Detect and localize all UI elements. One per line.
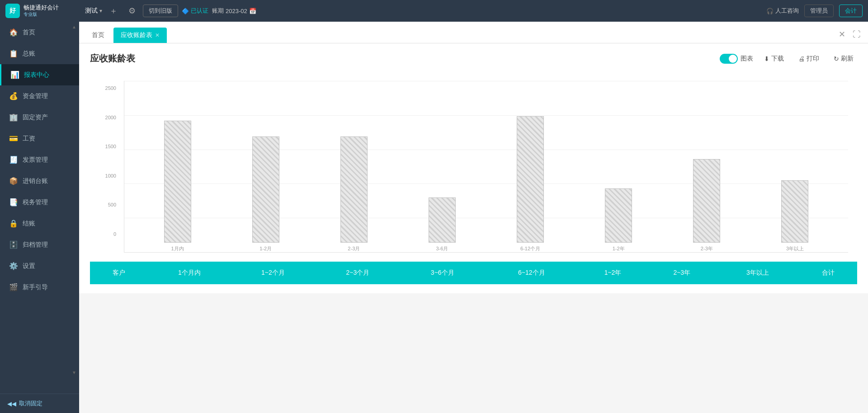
sidebar-item-home[interactable]: 🏠 首页 (0, 22, 79, 43)
expand-button[interactable]: ⛶ (851, 28, 863, 41)
sidebar-item-tax[interactable]: 📑 税务管理 (0, 192, 79, 213)
scroll-up-button[interactable]: ▲ (72, 24, 76, 29)
table-container: 客户 1个月内 1~2个月 2~3个月 3~6个月 6~12个月 1~2年 2~… (90, 262, 857, 284)
certified-badge: 🔷 已认证 (182, 7, 208, 15)
settings-nav-icon: ⚙️ (9, 262, 18, 270)
logo-area: 好 畅捷通好会计 专业版 (5, 4, 78, 18)
refresh-icon: ↻ (834, 55, 839, 62)
sidebar-item-label: 设置 (23, 262, 35, 270)
sidebar-item-archive[interactable]: 🗄️ 归档管理 (0, 234, 79, 255)
sidebar-item-salary[interactable]: 💳 工资 (0, 128, 79, 149)
sidebar-item-inventory[interactable]: 📦 进销台账 (0, 170, 79, 192)
tab-bar: 首页 应收账龄表 ✕ ✕ ⛶ (79, 22, 868, 43)
page-content: 应收账龄表 图表 ⬇ 下载 🖨 打印 (79, 43, 868, 413)
col-header-3y-plus: 3年以上 (717, 262, 799, 284)
top-header: 好 畅捷通好会计 专业版 测试 ▾ ＋ ⚙ 切到旧版 🔷 已认证 账期 2023… (0, 0, 868, 22)
print-button[interactable]: 🖨 打印 (795, 53, 823, 65)
tab-actions: ✕ ⛶ (837, 28, 863, 43)
sidebar-item-reports[interactable]: 📊 报表中心 (0, 64, 79, 85)
bar-label-1m: 1月内 (171, 245, 184, 252)
report-actions: 图表 ⬇ 下载 🖨 打印 ↻ 刷新 (720, 53, 857, 65)
bar-group-7: 2-3年 (693, 159, 720, 252)
col-header-customer: 客户 (90, 262, 148, 284)
bar-group-1: 1月内 (164, 121, 191, 252)
tab-close-icon[interactable]: ✕ (155, 32, 160, 38)
close-tab-button[interactable]: ✕ (837, 28, 847, 41)
sidebar-item-ledger[interactable]: 📋 总账 (0, 43, 79, 64)
tab-aging[interactable]: 应收账龄表 ✕ (113, 28, 167, 43)
sidebar-item-settings[interactable]: ⚙️ 设置 (0, 255, 79, 277)
bar-label-1-2m: 1-2月 (259, 245, 272, 252)
toggle-switch[interactable] (720, 54, 738, 64)
sidebar-item-label: 结账 (23, 220, 35, 228)
bar-group-8: 3年以上 (781, 180, 808, 252)
bar-group-3: 2-3月 (340, 136, 368, 252)
sidebar-item-label: 归档管理 (23, 241, 48, 249)
switch-old-version-button[interactable]: 切到旧版 (143, 5, 178, 17)
sidebar-item-label: 固定资产 (23, 113, 48, 122)
sidebar-item-funds[interactable]: 💰 资金管理 (0, 85, 79, 107)
bar-group-6: 1-2年 (605, 188, 632, 252)
col-header-2-3y: 2~3年 (647, 262, 717, 284)
bar-3-6m (429, 197, 456, 243)
bar-1m (164, 121, 191, 243)
tab-home[interactable]: 首页 (85, 28, 112, 43)
sidebar-item-invoice[interactable]: 🧾 发票管理 (0, 149, 79, 170)
bar-2-3m (340, 136, 368, 243)
sidebar-item-label: 新手引导 (23, 283, 48, 291)
download-button[interactable]: ⬇ 下载 (760, 53, 788, 65)
add-button[interactable]: ＋ (106, 4, 121, 18)
calendar-icon[interactable]: 📅 (249, 8, 256, 14)
scroll-down-button[interactable]: ▼ (72, 370, 76, 375)
report-title: 应收账龄表 (90, 52, 135, 65)
data-table: 客户 1个月内 1~2个月 2~3个月 3~6个月 6~12个月 1~2年 2~… (90, 262, 857, 284)
col-header-1-2m: 1~2个月 (231, 262, 315, 284)
sidebar-item-label: 首页 (23, 28, 35, 37)
col-header-6-12m: 6~12个月 (485, 262, 578, 284)
bar-label-2-3m: 2-3月 (348, 245, 360, 252)
chart-toggle[interactable]: 图表 (720, 54, 753, 64)
company-select[interactable]: 测试 ▾ (85, 7, 102, 15)
print-icon: 🖨 (798, 55, 805, 62)
download-icon: ⬇ (764, 55, 769, 62)
sidebar-item-label: 总账 (23, 50, 35, 58)
ledger-icon: 📋 (9, 49, 18, 58)
support-button[interactable]: 🎧 人工咨询 (766, 7, 799, 15)
col-header-2-3m: 2~3个月 (316, 262, 400, 284)
sidebar-item-label: 发票管理 (23, 156, 48, 164)
accountant-button[interactable]: 会计 (839, 5, 863, 17)
inventory-icon: 📦 (9, 177, 18, 185)
header-nav: 测试 ▾ ＋ ⚙ 切到旧版 🔷 已认证 账期 2023-02 📅 (85, 4, 766, 18)
bar-1-2y (605, 188, 632, 243)
logo-text: 畅捷通好会计 专业版 (24, 4, 59, 18)
report-header: 应收账龄表 图表 ⬇ 下载 🖨 打印 (90, 52, 857, 65)
bar-label-3-6m: 3-6月 (436, 245, 448, 252)
chart-plot-area: 1月内 1-2月 2-3月 (124, 81, 848, 253)
sidebar-item-fixed-assets[interactable]: 🏢 固定资产 (0, 107, 79, 128)
user-button[interactable]: 管理员 (804, 5, 834, 17)
bar-label-2-3y: 2-3年 (701, 245, 713, 252)
settings-icon[interactable]: ⚙ (125, 4, 139, 18)
sidebar-item-guide[interactable]: 🎬 新手引导 (0, 277, 79, 298)
sidebar-item-label: 税务管理 (23, 198, 48, 206)
sidebar-item-label: 报表中心 (24, 71, 49, 79)
pin-icon: ◀◀ (7, 400, 16, 407)
refresh-button[interactable]: ↻ 刷新 (830, 53, 857, 65)
bars-row: 1月内 1-2月 2-3月 (124, 81, 848, 252)
headset-icon: 🎧 (766, 8, 774, 14)
sidebar-item-close[interactable]: 🔒 结账 (0, 213, 79, 234)
funds-icon: 💰 (9, 92, 18, 100)
tax-icon: 📑 (9, 198, 18, 206)
cancel-fixed-button[interactable]: ◀◀ 取消固定 (0, 394, 79, 413)
bar-2-3y (693, 159, 720, 243)
header-right: 🎧 人工咨询 管理员 会计 (766, 5, 863, 17)
col-header-3-6m: 3~6个月 (400, 262, 485, 284)
chevron-down-icon: ▾ (99, 8, 102, 14)
col-header-total: 合计 (799, 262, 857, 284)
invoice-icon: 🧾 (9, 155, 18, 164)
bar-group-2: 1-2月 (252, 136, 279, 252)
period-display: 账期 2023-02 📅 (212, 7, 256, 15)
report-area: 应收账龄表 图表 ⬇ 下载 🖨 打印 (79, 43, 868, 293)
bar-group-4: 3-6月 (429, 197, 456, 252)
sidebar-item-label: 工资 (23, 135, 35, 143)
